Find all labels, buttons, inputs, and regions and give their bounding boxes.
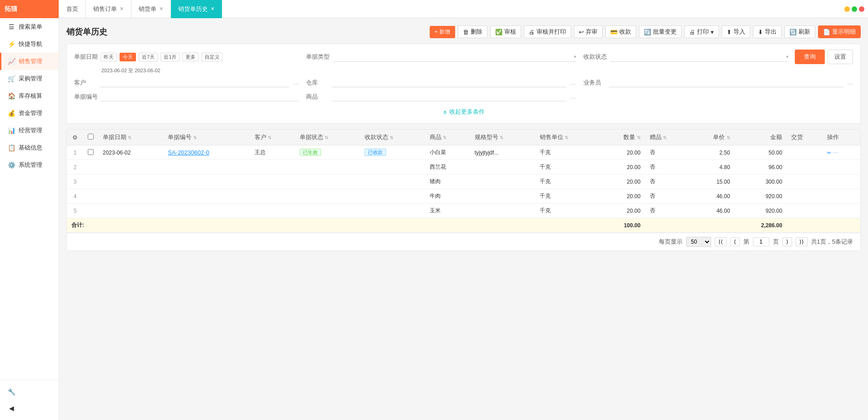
tab-home[interactable]: 首页 <box>59 0 86 18</box>
date-btn-more[interactable]: 更多 <box>182 53 199 61</box>
col-price[interactable]: 单价 ⇅ <box>690 130 735 145</box>
delete-button[interactable]: 🗑 删除 <box>458 25 487 38</box>
sidebar-logo: 拓猫 <box>0 0 59 18</box>
sidebar-item-system-mgmt[interactable]: ⚙️ 系统管理 <box>0 156 59 174</box>
next-page-button[interactable]: ⟩ <box>783 237 792 246</box>
print-dropdown-icon: ▾ <box>711 29 714 35</box>
tab-sales-order-close[interactable]: ✕ <box>120 6 124 12</box>
sidebar-item-finance[interactable]: 💰 资金管理 <box>0 105 59 122</box>
col-qty[interactable]: 数量 ⇅ <box>600 130 645 145</box>
col-gift[interactable]: 赠品 ⇅ <box>645 130 690 145</box>
row-unit: 千克 <box>535 145 600 160</box>
sidebar-item-operations[interactable]: 📊 经营管理 <box>0 122 59 139</box>
row-checkbox[interactable] <box>83 189 98 204</box>
col-amount: 金额 <box>735 130 787 145</box>
page-number-input[interactable] <box>753 237 769 246</box>
last-page-button[interactable]: ⟩⟩ <box>796 237 808 246</box>
close-button[interactable] <box>859 6 864 12</box>
row-gift: 否 <box>645 189 690 204</box>
more-action[interactable]: ⋯ <box>833 150 838 155</box>
sidebar-item-label: 资金管理 <box>19 109 42 117</box>
col-unit[interactable]: 销售单位 ⇅ <box>535 130 600 145</box>
row-checkbox[interactable] <box>83 175 98 189</box>
col-doc-status[interactable]: 单据状态 ⇅ <box>295 130 360 145</box>
select-all-checkbox[interactable] <box>88 134 94 140</box>
search-button[interactable]: 查询 <box>795 50 825 64</box>
tab-sales-history[interactable]: 销货单历史 ✕ <box>171 0 222 18</box>
col-customer[interactable]: 客户 ⇅ <box>250 130 295 145</box>
maximize-button[interactable] <box>852 6 857 12</box>
row-unit: 千克 <box>535 189 600 204</box>
row-doc-num[interactable]: SA-20230602-0 <box>163 145 250 160</box>
doc-num-input[interactable] <box>100 92 299 101</box>
col-goods[interactable]: 商品 ⇅ <box>425 130 470 145</box>
sidebar-item-purchase-mgmt[interactable]: 🛒 采购管理 <box>0 70 59 87</box>
row-checkbox[interactable] <box>83 160 98 175</box>
col-checkbox[interactable] <box>83 130 98 145</box>
minimize-button[interactable] <box>844 6 850 12</box>
pay-status-input[interactable] <box>610 52 784 61</box>
col-pay-status[interactable]: 收款状态 ⇅ <box>360 130 425 145</box>
date-btn-today[interactable]: 今天 <box>120 53 136 61</box>
sidebar-item-quick-nav[interactable]: ⚡ 快捷导航 <box>0 35 59 53</box>
review-button[interactable]: ✅ 审核 <box>490 25 521 38</box>
page-size-select[interactable]: 50 100 200 <box>686 237 711 247</box>
sort-icon-unit: ⇅ <box>565 135 568 140</box>
review-print-button[interactable]: 🖨 审核并打印 <box>524 25 571 38</box>
setting-button[interactable]: 设置 <box>828 50 853 64</box>
first-page-button[interactable]: ⟨⟨ <box>715 237 727 246</box>
collapse-button[interactable]: ∧ 收起更多条件 <box>74 106 853 118</box>
warehouse-dots[interactable]: … <box>570 79 576 86</box>
date-btn-1month[interactable]: 近1月 <box>161 53 180 61</box>
export-button[interactable]: ⬇ 导出 <box>753 25 782 38</box>
col-spec[interactable]: 规格型号 ⇅ <box>470 130 535 145</box>
salesperson-input[interactable] <box>609 78 843 87</box>
print-button[interactable]: 🖨 打印 ▾ <box>684 25 719 38</box>
toolbar: + 新增 🗑 删除 ✅ 审核 🖨 审核并打印 ↩ 弃审 <box>430 25 861 38</box>
tab-sales-order[interactable]: 销售订单 ✕ <box>86 0 131 18</box>
row-checkbox[interactable] <box>83 145 98 160</box>
row-goods: 猪肉 <box>425 175 470 189</box>
col-doc-date[interactable]: 单据日期 ⇅ <box>98 130 163 145</box>
prev-page-button[interactable]: ⟨ <box>730 237 740 246</box>
sidebar-item-label: 经营管理 <box>19 126 42 135</box>
refresh-button[interactable]: 🔃 刷新 <box>784 25 815 38</box>
quick-nav-icon: ⚡ <box>8 40 15 48</box>
col-settings[interactable]: ⚙ <box>67 130 83 145</box>
col-doc-num[interactable]: 单据编号 ⇅ <box>163 130 250 145</box>
goods-dots[interactable]: … <box>570 93 576 100</box>
doc-type-dropdown-icon: ▾ <box>574 54 576 59</box>
collect-button[interactable]: 💳 收款 <box>605 25 636 38</box>
customer-input[interactable] <box>100 78 289 87</box>
date-btn-7days[interactable]: 近7天 <box>139 53 158 61</box>
goods-input[interactable] <box>331 92 566 101</box>
tab-sales-goods-close[interactable]: ✕ <box>159 6 163 12</box>
batch-change-button[interactable]: 🔄 批量变更 <box>639 25 682 38</box>
salesperson-dots[interactable]: … <box>847 79 853 86</box>
table-row: 3 猪肉 千克 20.00 否 15.00 300.00 <box>67 175 860 189</box>
import-button[interactable]: ⬆ 导入 <box>722 25 750 38</box>
sidebar-item-settings-bottom[interactable]: 🔧 <box>0 384 59 400</box>
sidebar-item-collapse[interactable]: ◀ <box>0 400 59 416</box>
warehouse-input[interactable] <box>331 78 566 87</box>
sidebar-item-sales-mgmt[interactable]: 📈 销售管理 <box>0 53 59 70</box>
row-checkbox[interactable] <box>83 204 98 218</box>
sort-icon-goods: ⇅ <box>443 135 447 140</box>
doc-type-input[interactable] <box>332 52 572 61</box>
sidebar-item-inventory[interactable]: 🏠 库存核算 <box>0 87 59 105</box>
new-button[interactable]: + 新增 <box>430 26 455 38</box>
row-doc-status <box>295 160 360 175</box>
tab-sales-goods[interactable]: 销货单 ✕ <box>131 0 171 18</box>
date-btn-yesterday[interactable]: 昨天 <box>100 53 117 61</box>
sidebar-item-search-menu[interactable]: ☰ 搜索菜单 <box>0 18 59 35</box>
show-detail-button[interactable]: 📄 显示明细 <box>818 25 861 38</box>
customer-dots[interactable]: … <box>293 79 299 86</box>
tab-sales-history-close[interactable]: ✕ <box>211 6 215 12</box>
discard-button[interactable]: ↩ 弃审 <box>574 25 602 38</box>
page-label-pre: 第 <box>743 238 749 246</box>
filter-date: 单据日期 昨天 今天 近7天 近1月 更多 自定义 <box>74 53 299 61</box>
edit-action[interactable]: ✏ <box>827 150 831 155</box>
row-amount: 300.00 <box>735 175 787 189</box>
sidebar-item-basic-info[interactable]: 📋 基础信息 <box>0 139 59 156</box>
date-btn-custom[interactable]: 自定义 <box>201 53 223 61</box>
